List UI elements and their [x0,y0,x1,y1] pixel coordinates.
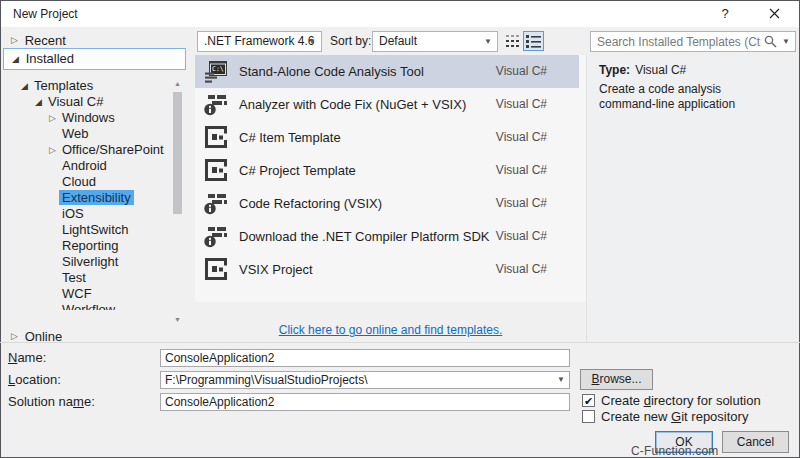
tree-item-label: Office/SharePoint [59,142,167,157]
tree-item-wcf[interactable]: WCF [2,286,172,302]
template-name: Download the .NET Compiler Platform SDK [239,220,489,253]
template-row-vsix-project[interactable]: VSIX ProjectVisual C# [195,253,579,286]
vsix-box-icon [204,257,228,281]
sidebar-item-label: Recent [25,33,66,48]
scroll-down-icon[interactable]: ▼ [171,314,184,326]
tree-item-label: LightSwitch [59,222,131,237]
create-directory-label[interactable]: Create directory for solution [601,393,761,408]
category-tree: ◢Templates◢Visual C#▷WindowsWeb▷Office/S… [2,78,172,310]
find-templates-link[interactable]: Click here to go online and find templat… [279,323,502,337]
template-info-panel: Type:Visual C# Create a code analysis co… [586,55,799,342]
chevron-down-icon: ▼ [484,32,492,51]
template-row-code-refactoring-vsix-[interactable]: Code Refactoring (VSIX)Visual C# [195,187,579,220]
collapse-arrow-icon[interactable]: ◢ [32,94,45,110]
tree-item-label: Extensibility [59,190,134,205]
location-dropdown-icon[interactable]: ▼ [553,372,569,388]
browse-button[interactable]: Browse... [580,369,653,390]
sidebar-item-installed[interactable]: ◢ Installed [3,48,186,70]
collapse-arrow-icon[interactable]: ◢ [18,78,31,94]
template-language: Visual C# [496,187,547,220]
tree-item-label: WCF [59,286,95,301]
tree-item-label: Web [59,126,92,141]
scroll-up-icon[interactable]: ▲ [171,78,184,90]
scrollbar-thumb[interactable] [173,92,182,214]
create-directory-checkbox[interactable]: ✔ [582,394,595,407]
tree-item-label: Reporting [59,238,121,253]
close-icon [769,8,780,19]
expand-arrow-icon[interactable]: ▷ [8,32,21,49]
template-name: Code Refactoring (VSIX) [239,187,382,220]
tree-item-templates[interactable]: ◢Templates [2,78,172,94]
dialog-title: New Project [13,1,78,27]
project-name-input[interactable] [160,349,570,367]
template-list: C:\Stand-Alone Code Analysis ToolVisual … [195,55,586,302]
tree-item-label: Test [59,270,89,285]
sortby-dropdown[interactable]: Default ▼ [372,31,498,52]
svg-text:C:\: C:\ [212,65,224,73]
framework-dropdown[interactable]: .NET Framework 4.6 ▼ [197,31,322,52]
divider [0,342,800,343]
help-button[interactable]: ? [706,1,744,27]
search-input[interactable] [591,32,761,51]
tree-item-silverlight[interactable]: Silverlight [2,254,172,270]
template-row-download-the-net-compiler-platform-sdk[interactable]: Download the .NET Compiler Platform SDKV… [195,220,579,253]
tree-item-ios[interactable]: iOS [2,206,172,222]
location-label: Location: [8,371,61,389]
list-view-icon [526,34,541,48]
analyzer-info-icon [204,92,228,116]
template-language: Visual C# [496,220,547,253]
tree-item-reporting[interactable]: Reporting [2,238,172,254]
tree-item-label: Silverlight [59,254,121,269]
location-input[interactable] [160,371,570,389]
tree-item-lightswitch[interactable]: LightSwitch [2,222,172,238]
template-language: Visual C# [496,253,547,286]
sortby-label: Sort by: [330,31,371,52]
template-row-stand-alone-code-analysis-tool[interactable]: C:\Stand-Alone Code Analysis ToolVisual … [195,55,579,88]
solution-name-input[interactable] [160,393,570,411]
tree-item-visual-c-[interactable]: ◢Visual C# [2,94,172,110]
list-view-button[interactable] [523,31,544,51]
tree-item-office-sharepoint[interactable]: ▷Office/SharePoint [2,142,172,158]
collapse-arrow-icon[interactable]: ◢ [9,49,22,69]
type-label: Type: [599,63,630,77]
console-window-icon: C:\ [204,59,228,83]
sidebar-item-label: Installed [26,51,74,66]
template-type: Type:Visual C# [599,63,686,77]
search-box: ▼ [590,31,796,52]
tree-item-label: Templates [31,78,96,93]
cancel-button[interactable]: Cancel [722,431,789,453]
tree-item-extensibility[interactable]: Extensibility [2,190,172,206]
create-git-label[interactable]: Create new Git repository [601,409,748,424]
analyzer-info-icon [204,224,228,248]
tree-scrollbar[interactable]: ▲ ▼ [171,78,184,326]
template-name: C# Project Template [239,154,356,187]
solution-name-label: Solution name: [8,393,95,411]
vsix-box-icon [204,125,228,149]
vsix-box-icon [204,158,228,182]
sidebar-item-recent[interactable]: ▷ Recent [8,32,66,49]
analyzer-info-icon [204,191,228,215]
tree-item-android[interactable]: Android [2,158,172,174]
new-project-dialog: New Project ? ▷ Recent ◢ Installed ◢Temp… [0,0,800,458]
template-row-c-project-template[interactable]: C# Project TemplateVisual C# [195,154,579,187]
tree-item-web[interactable]: Web [2,126,172,142]
template-row-analyzer-with-code-fix-nuget-vsix-[interactable]: Analyzer with Code Fix (NuGet + VSIX)Vis… [195,88,579,121]
template-name: C# Item Template [239,121,341,154]
tree-item-label: Windows [59,110,118,125]
search-icon[interactable] [764,35,777,48]
tree-item-windows[interactable]: ▷Windows [2,110,172,126]
create-git-checkbox[interactable] [582,410,595,423]
expand-arrow-icon[interactable]: ▷ [46,110,59,126]
tree-item-workflow[interactable]: Workflow [2,302,172,310]
template-language: Visual C# [496,55,547,88]
template-name: Analyzer with Code Fix (NuGet + VSIX) [239,88,466,121]
chevron-down-icon: ▼ [308,32,316,51]
small-icons-view-button[interactable] [504,33,521,50]
close-button[interactable] [753,1,795,27]
tree-item-cloud[interactable]: Cloud [2,174,172,190]
title-bar[interactable]: New Project ? [1,1,799,27]
tree-item-test[interactable]: Test [2,270,172,286]
expand-arrow-icon[interactable]: ▷ [46,142,59,158]
template-row-c-item-template[interactable]: C# Item TemplateVisual C# [195,121,579,154]
chevron-down-icon[interactable]: ▼ [782,32,790,51]
